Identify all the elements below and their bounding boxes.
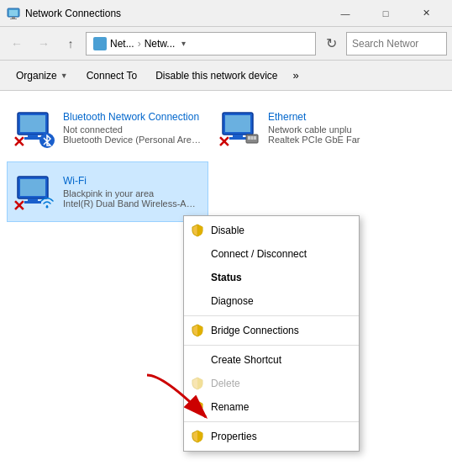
bluetooth-name: Bluetooth Network Connection bbox=[63, 111, 201, 123]
connect-to-button[interactable]: Connect To bbox=[77, 64, 147, 87]
svg-rect-15 bbox=[254, 136, 256, 140]
path-dropdown[interactable]: ▾ bbox=[181, 39, 186, 48]
svg-rect-9 bbox=[225, 115, 250, 132]
organize-label: Organize bbox=[16, 70, 57, 82]
svg-rect-1 bbox=[9, 10, 18, 16]
title-bar-controls: — □ ✕ bbox=[326, 0, 445, 27]
ctx-shortcut-label: Create Shortcut bbox=[211, 354, 281, 366]
svg-rect-2 bbox=[12, 17, 15, 19]
bluetooth-type: Bluetooth Device (Personal Area ... bbox=[63, 135, 201, 145]
organize-button[interactable]: Organize ▼ bbox=[7, 64, 77, 87]
address-icon bbox=[93, 37, 107, 50]
connect-to-label: Connect To bbox=[87, 70, 138, 82]
wifi-badge bbox=[38, 194, 56, 212]
ctx-properties-label: Properties bbox=[211, 431, 257, 442]
ctx-disable[interactable]: Disable bbox=[184, 219, 359, 242]
path-part2: Netw... bbox=[145, 38, 176, 50]
refresh-button[interactable]: ↻ bbox=[319, 32, 343, 56]
wifi-info: Wi-Fi Blackpink in your area Intel(R) Du… bbox=[63, 175, 201, 209]
forward-button[interactable]: → bbox=[32, 32, 55, 56]
ctx-sep-2 bbox=[184, 345, 359, 346]
ctx-diagnose[interactable]: Diagnose bbox=[184, 289, 359, 313]
ctx-delete-label: Delete bbox=[211, 378, 240, 389]
up-button[interactable]: ↑ bbox=[59, 32, 82, 56]
ctx-status[interactable]: Status bbox=[184, 266, 359, 289]
organize-chevron-icon: ▼ bbox=[60, 71, 68, 80]
error-badge-bluetooth: ✕ bbox=[13, 135, 25, 150]
address-bar: ← → ↑ Net... › Netw... ▾ ↻ bbox=[0, 27, 452, 61]
ethernet-status: Network cable unplu bbox=[268, 124, 406, 135]
shield-disable-icon bbox=[191, 224, 204, 237]
ctx-status-label: Status bbox=[211, 272, 242, 283]
ctx-rename[interactable]: Rename bbox=[184, 395, 359, 419]
shield-bridge-icon bbox=[191, 324, 204, 337]
close-button[interactable]: ✕ bbox=[407, 0, 445, 27]
ethernet-info: Ethernet Network cable unplu Realtek PCI… bbox=[268, 111, 406, 145]
ethernet-type: Realtek PCIe GbE Far bbox=[268, 135, 406, 145]
path-part1: Net... bbox=[110, 38, 134, 50]
ctx-connect-disconnect[interactable]: Connect / Disconnect bbox=[184, 242, 359, 266]
ethernet-symbol bbox=[244, 130, 260, 145]
shield-delete-icon bbox=[191, 377, 204, 390]
ctx-sep-1 bbox=[184, 315, 359, 316]
address-path[interactable]: Net... › Netw... ▾ bbox=[86, 32, 316, 56]
app-icon bbox=[7, 7, 20, 20]
path-chevron1: › bbox=[138, 38, 141, 50]
svg-rect-5 bbox=[20, 115, 45, 132]
ctx-bridge-label: Bridge Connections bbox=[211, 325, 299, 336]
title-bar: Network Connections — □ ✕ bbox=[0, 0, 452, 27]
bluetooth-badge bbox=[39, 133, 55, 148]
svg-rect-14 bbox=[251, 136, 254, 140]
ethernet-badge bbox=[244, 130, 260, 148]
bluetooth-icon-wrap: ✕ bbox=[14, 108, 55, 148]
error-badge-ethernet: ✕ bbox=[218, 135, 230, 150]
back-button[interactable]: ← bbox=[5, 32, 29, 56]
ctx-disable-label: Disable bbox=[211, 225, 244, 236]
network-item-bluetooth[interactable]: ✕ Bluetooth Network Connection Not conne… bbox=[7, 98, 208, 158]
toolbar: Organize ▼ Connect To Disable this netwo… bbox=[0, 61, 452, 91]
shield-rename-icon bbox=[191, 400, 204, 414]
ctx-bridge[interactable]: Bridge Connections bbox=[184, 319, 359, 342]
bluetooth-symbol bbox=[42, 135, 52, 146]
network-item-ethernet[interactable]: ✕ Ethernet Network cable unplu Realtek P… bbox=[212, 98, 413, 158]
network-item-wifi[interactable]: ✕ Wi-Fi Blackpink in your area Intel(R) … bbox=[7, 161, 208, 222]
ctx-connect-disconnect-label: Connect / Disconnect bbox=[211, 248, 307, 260]
content-area: ✕ Bluetooth Network Connection Not conne… bbox=[0, 91, 452, 476]
minimize-button[interactable]: — bbox=[326, 0, 365, 27]
svg-rect-3 bbox=[10, 19, 17, 19]
ctx-sep-3 bbox=[184, 421, 359, 422]
ethernet-name: Ethernet bbox=[268, 111, 406, 123]
bluetooth-info: Bluetooth Network Connection Not connect… bbox=[63, 111, 201, 145]
svg-rect-11 bbox=[229, 137, 246, 140]
svg-rect-17 bbox=[20, 179, 45, 196]
error-badge-wifi: ✕ bbox=[13, 198, 25, 214]
ctx-rename-label: Rename bbox=[211, 401, 249, 413]
network-grid: ✕ Bluetooth Network Connection Not conne… bbox=[0, 91, 452, 229]
disable-device-button[interactable]: Disable this network device bbox=[146, 64, 286, 87]
ethernet-icon-wrap: ✕ bbox=[219, 108, 260, 148]
ctx-shortcut[interactable]: Create Shortcut bbox=[184, 348, 359, 372]
bluetooth-status: Not connected bbox=[63, 124, 201, 135]
disable-device-label: Disable this network device bbox=[155, 70, 277, 82]
more-button[interactable]: » bbox=[287, 64, 305, 87]
search-input[interactable] bbox=[346, 32, 447, 56]
ctx-diagnose-label: Diagnose bbox=[211, 295, 254, 307]
wifi-symbol bbox=[38, 194, 56, 209]
svg-rect-13 bbox=[248, 136, 250, 140]
svg-rect-7 bbox=[24, 137, 41, 140]
maximize-button[interactable]: □ bbox=[366, 0, 405, 27]
wifi-status: Blackpink in your area bbox=[63, 188, 201, 198]
context-menu: Disable Connect / Disconnect Status Diag… bbox=[183, 215, 360, 452]
more-label: » bbox=[293, 69, 299, 82]
title-bar-text: Network Connections bbox=[25, 8, 121, 19]
wifi-icon-wrap: ✕ bbox=[14, 172, 55, 212]
wifi-name: Wi-Fi bbox=[63, 175, 201, 187]
svg-point-20 bbox=[46, 206, 49, 209]
wifi-type: Intel(R) Dual Band Wireless-AC 31 bbox=[63, 198, 201, 209]
shield-properties-icon bbox=[191, 430, 204, 443]
ctx-delete: Delete bbox=[184, 372, 359, 395]
ctx-properties[interactable]: Properties bbox=[184, 425, 359, 448]
